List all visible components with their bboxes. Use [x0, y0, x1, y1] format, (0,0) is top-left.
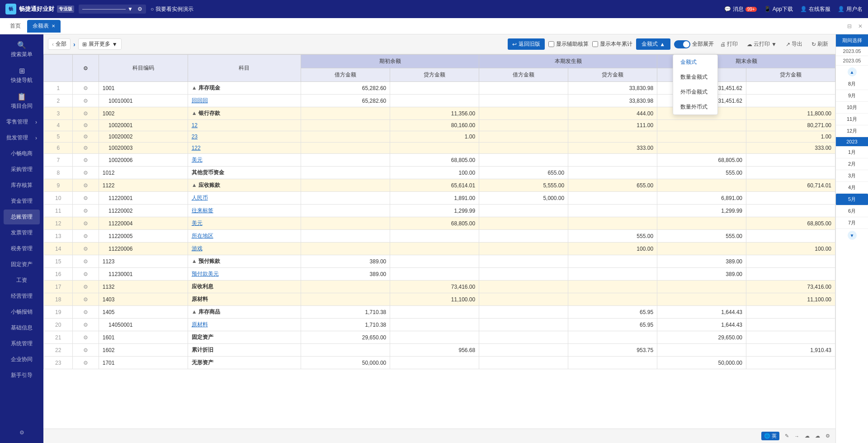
sidebar-item-system[interactable]: 系统管理	[4, 336, 40, 351]
cell-name[interactable]: 预付款美元	[188, 268, 301, 281]
sidebar-item-retail[interactable]: 零售管理 ›	[4, 114, 40, 129]
sidebar-item-operations[interactable]: 经营管理	[4, 289, 40, 304]
cell-settings[interactable]: ⚙	[73, 217, 99, 230]
show-aux-checkbox-label[interactable]: 显示辅助核算	[548, 40, 589, 48]
sidebar-item-search[interactable]: 🔍 搜索菜单	[4, 37, 40, 62]
cell-settings[interactable]: ⚙	[73, 306, 99, 319]
export-btn[interactable]: ↗ 导出	[783, 39, 805, 49]
cell-settings[interactable]: ⚙	[73, 293, 99, 306]
dropdown-item-3[interactable]: 数量外币式	[673, 100, 717, 114]
period-month-4[interactable]: 4月	[836, 182, 868, 194]
print-btn[interactable]: 🖨 打印	[717, 39, 741, 49]
cell-settings[interactable]: ⚙	[73, 107, 99, 120]
cell-settings[interactable]: ⚙	[73, 344, 99, 357]
status-sync-icon[interactable]: ☁	[815, 433, 820, 439]
cell-name[interactable]: 回回回	[188, 95, 301, 107]
cell-settings[interactable]: ⚙	[73, 192, 99, 205]
cell-settings[interactable]: ⚙	[73, 179, 99, 192]
period-month-12[interactable]: 12月	[836, 125, 868, 137]
online-service-action[interactable]: 👤 在线客服	[800, 5, 830, 13]
company-selector[interactable]: ———————— ▼ ⚙	[79, 5, 146, 14]
sidebar-item-fixed-assets[interactable]: 固定资产	[4, 257, 40, 272]
cell-settings[interactable]: ⚙	[73, 154, 99, 167]
cell-name[interactable]: 所在地区	[188, 230, 301, 243]
window-restore-btn[interactable]: ⊟	[845, 22, 854, 30]
sidebar-item-salary[interactable]: 工资	[4, 273, 40, 288]
status-cloud-icon[interactable]: ☁	[805, 433, 810, 439]
sidebar-item-cooperation[interactable]: 企业协同	[4, 352, 40, 367]
sidebar-item-sales-report[interactable]: 小畅报销	[4, 305, 40, 319]
cell-name[interactable]: 23	[188, 131, 301, 143]
status-gear-icon[interactable]: ⚙	[826, 433, 830, 439]
cell-name[interactable]: 美元	[188, 154, 301, 167]
cell-settings[interactable]: ⚙	[73, 255, 99, 268]
sidebar-item-basic-info[interactable]: 基础信息	[4, 320, 40, 335]
sidebar-item-purchase[interactable]: 采购管理	[4, 162, 40, 177]
period-month-2[interactable]: 2月	[836, 158, 868, 170]
cell-name[interactable]: 12	[188, 120, 301, 131]
tab-home[interactable]: 首页	[5, 20, 26, 33]
cell-settings[interactable]: ⚙	[73, 82, 99, 95]
cell-settings[interactable]: ⚙	[73, 131, 99, 143]
demo-link[interactable]: ○ 我要看实例演示	[151, 5, 193, 13]
breadcrumb-all-btn[interactable]: ‹ 全部	[48, 38, 71, 50]
period-month-5[interactable]: 5月	[836, 194, 868, 205]
period-down-btn[interactable]: ▼	[848, 231, 857, 240]
cell-settings[interactable]: ⚙	[73, 120, 99, 131]
cell-name[interactable]: 原材料	[188, 319, 301, 331]
sidebar-item-ecommerce[interactable]: 小畅电商	[4, 146, 40, 161]
cell-name[interactable]: 122	[188, 143, 301, 154]
cell-settings[interactable]: ⚙	[73, 357, 99, 369]
cell-settings[interactable]: ⚙	[73, 268, 99, 281]
cell-settings[interactable]: ⚙	[73, 205, 99, 217]
period-month-7[interactable]: 7月	[836, 217, 868, 229]
message-action[interactable]: 💬 消息 99+	[724, 5, 757, 13]
cell-name[interactable]: 游戏	[188, 243, 301, 255]
sidebar-item-project[interactable]: 📋 项目合同	[4, 89, 40, 114]
return-old-btn[interactable]: ↩ 返回旧版	[508, 38, 545, 50]
sidebar-item-tax[interactable]: 税务管理	[4, 241, 40, 256]
sidebar-item-invoice[interactable]: 发票管理	[4, 225, 40, 240]
sidebar-item-capital[interactable]: 资金管理	[4, 194, 40, 209]
cell-settings[interactable]: ⚙	[73, 95, 99, 107]
sidebar-item-quicknav[interactable]: ⊞ 快捷导航	[4, 63, 40, 88]
th-settings[interactable]: ⚙	[73, 55, 99, 82]
user-action[interactable]: 👤 用户名	[838, 5, 863, 13]
period-month-3[interactable]: 3月	[836, 170, 868, 182]
period-month-8[interactable]: 8月	[836, 78, 868, 90]
status-arrow-icon[interactable]: →	[794, 433, 799, 439]
period-month-11[interactable]: 11月	[836, 114, 868, 125]
dropdown-item-0[interactable]: 金额式	[673, 55, 717, 70]
cell-settings[interactable]: ⚙	[73, 331, 99, 344]
cell-settings[interactable]: ⚙	[73, 243, 99, 255]
sidebar-item-inventory[interactable]: 库存核算	[4, 178, 40, 193]
tab-balance[interactable]: 余额表 ✕	[27, 20, 61, 33]
cell-name[interactable]: 人民币	[188, 192, 301, 205]
period-month-1[interactable]: 1月	[836, 147, 868, 158]
show-ytd-checkbox-label[interactable]: 显示本年累计	[592, 40, 632, 48]
cell-settings[interactable]: ⚙	[73, 230, 99, 243]
dropdown-item-2[interactable]: 外币金额式	[673, 85, 717, 100]
cell-name[interactable]: 往来标签	[188, 205, 301, 217]
sidebar-item-ledger[interactable]: 总账管理	[4, 210, 40, 224]
show-aux-checkbox[interactable]	[548, 41, 554, 47]
period-month-10[interactable]: 10月	[836, 102, 868, 114]
status-edit-icon[interactable]: ✎	[785, 433, 789, 439]
settings-icon[interactable]: ⚙	[137, 6, 142, 12]
tab-close-icon[interactable]: ✕	[52, 24, 55, 29]
refresh-btn[interactable]: ↻ 刷新	[809, 39, 831, 49]
period-month-9[interactable]: 9月	[836, 90, 868, 102]
sidebar-settings-btn[interactable]: ⚙	[4, 426, 40, 439]
cloud-print-btn[interactable]: ☁ 云打印 ▼	[744, 39, 779, 49]
jineshi-btn[interactable]: 金额式 ▲	[636, 38, 670, 50]
cell-settings[interactable]: ⚙	[73, 319, 99, 331]
period-month-6[interactable]: 6月	[836, 205, 868, 217]
dropdown-item-1[interactable]: 数量金额式	[673, 70, 717, 85]
cell-name[interactable]: 美元	[188, 217, 301, 230]
sidebar-item-wholesale[interactable]: 批发管理 ›	[4, 130, 40, 145]
toggle-switch-control[interactable]	[674, 40, 690, 48]
period-up-btn[interactable]: ▲	[848, 67, 857, 76]
language-btn[interactable]: 🌐 英	[761, 432, 779, 440]
cell-settings[interactable]: ⚙	[73, 167, 99, 179]
app-download-action[interactable]: 📱 App下载	[764, 5, 793, 13]
